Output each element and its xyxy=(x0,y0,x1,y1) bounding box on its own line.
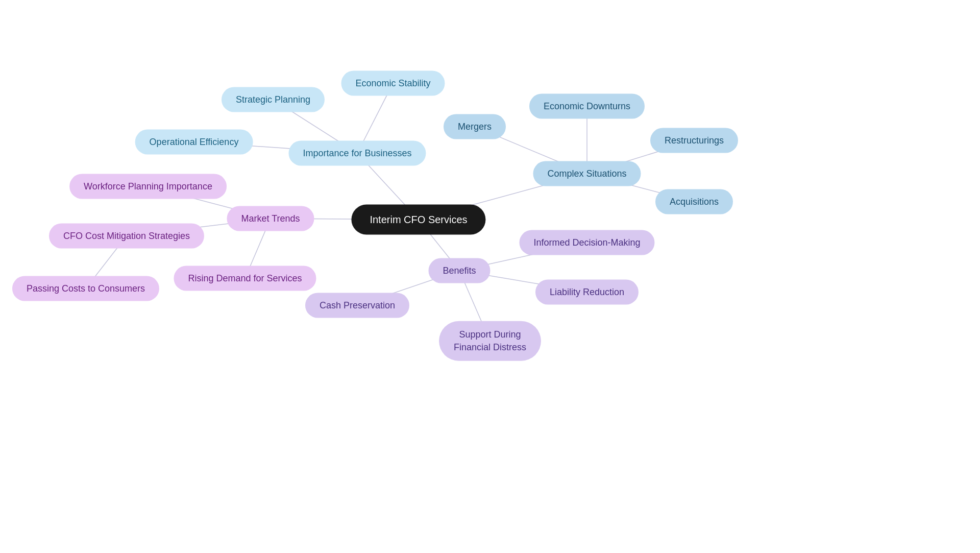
node-market-trends[interactable]: Market Trends xyxy=(227,206,314,231)
center-node[interactable]: Interim CFO Services xyxy=(351,205,485,235)
node-acquisitions[interactable]: Acquisitions xyxy=(655,189,733,214)
node-importance[interactable]: Importance for Businesses xyxy=(288,141,426,166)
node-rising-demand[interactable]: Rising Demand for Services xyxy=(174,266,316,291)
node-complex[interactable]: Complex Situations xyxy=(533,161,641,186)
node-economic-stability[interactable]: Economic Stability xyxy=(341,71,445,96)
node-support-distress[interactable]: Support During Financial Distress xyxy=(439,321,541,361)
node-cash-preservation[interactable]: Cash Preservation xyxy=(305,293,409,318)
node-operational[interactable]: Operational Efficiency xyxy=(135,130,253,155)
node-cfo-cost[interactable]: CFO Cost Mitigation Strategies xyxy=(49,224,204,249)
mindmap-container: Interim CFO ServicesImportance for Busin… xyxy=(0,0,980,553)
node-workforce[interactable]: Workforce Planning Importance xyxy=(69,174,227,199)
node-strategic[interactable]: Strategic Planning xyxy=(222,87,325,112)
node-benefits[interactable]: Benefits xyxy=(428,258,490,283)
node-mergers[interactable]: Mergers xyxy=(444,114,506,139)
node-informed[interactable]: Informed Decision-Making xyxy=(519,230,654,255)
node-liability[interactable]: Liability Reduction xyxy=(535,280,639,305)
node-restructurings[interactable]: Restructurings xyxy=(650,128,738,153)
node-economic-downturns[interactable]: Economic Downturns xyxy=(529,94,645,119)
node-passing-costs[interactable]: Passing Costs to Consumers xyxy=(12,276,159,301)
